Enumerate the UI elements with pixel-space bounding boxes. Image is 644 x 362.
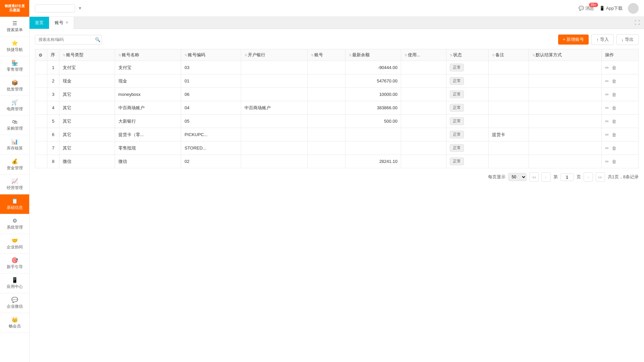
delete-icon-5[interactable]: 🗑 bbox=[612, 132, 616, 137]
sidebar-item-beginner-guide[interactable]: 🎯新手引导 bbox=[0, 254, 29, 274]
export-label: 导出 bbox=[625, 37, 634, 43]
export-button[interactable]: ↓ 导出 bbox=[616, 34, 639, 45]
page-next-button[interactable]: › bbox=[584, 172, 593, 182]
tab-account-close[interactable]: ✕ bbox=[65, 20, 68, 25]
page-last-button[interactable]: ⏭ bbox=[596, 172, 605, 182]
cell-account-no-2 bbox=[307, 88, 345, 101]
sidebar-item-ecom-mgmt[interactable]: 🛒电商管理 bbox=[0, 96, 29, 116]
page-size-label: 每页显示 bbox=[488, 174, 505, 180]
cell-account-code-0: 03 bbox=[181, 61, 241, 74]
sidebar-item-app-center[interactable]: 📱应用中心 bbox=[0, 274, 29, 293]
topbar: ▼ 💬 消息 99+ 📱 App下载 bbox=[30, 0, 644, 17]
cell-remark-1 bbox=[488, 74, 529, 88]
cell-status-6: 正常 bbox=[446, 141, 489, 155]
cell-settings-0 bbox=[35, 61, 47, 74]
page-size-select[interactable]: 102050100 bbox=[508, 173, 527, 181]
delete-icon-2[interactable]: 🗑 bbox=[612, 92, 616, 97]
cell-num-6: 7 bbox=[47, 141, 59, 155]
cell-num-3: 4 bbox=[47, 101, 59, 115]
edit-icon-7[interactable]: ✏ bbox=[605, 159, 609, 164]
tab-expand-button[interactable]: ⛶ bbox=[631, 20, 644, 26]
col-account-no[interactable]: ⇅账号 bbox=[307, 49, 345, 61]
tab-home[interactable]: 首页 bbox=[30, 17, 49, 29]
cell-bank-3: 中百商场账户 bbox=[241, 101, 307, 115]
delete-icon-3[interactable]: 🗑 bbox=[612, 105, 616, 111]
sidebar-item-ops-mgmt[interactable]: 📈经营管理 bbox=[0, 175, 29, 194]
delete-icon-6[interactable]: 🗑 bbox=[612, 145, 616, 151]
sidebar-item-basic-info[interactable]: 📋基础信息 bbox=[0, 194, 29, 214]
pagination-summary: 共1页，8条记录 bbox=[608, 174, 639, 180]
page-first-button[interactable]: ⏮ bbox=[529, 172, 539, 182]
cell-remark-7 bbox=[488, 155, 529, 168]
app-download-button[interactable]: 📱 App下载 bbox=[599, 5, 623, 11]
logo-bottom: 乐惠版 bbox=[5, 8, 25, 12]
cell-settings-6 bbox=[35, 141, 47, 155]
edit-icon-3[interactable]: ✏ bbox=[605, 105, 609, 111]
cell-account-no-0 bbox=[307, 61, 345, 74]
col-bank[interactable]: ⇅开户银行 bbox=[241, 49, 307, 61]
cell-account-name-6: 零售抵现 bbox=[115, 141, 181, 155]
edit-icon-5[interactable]: ✏ bbox=[605, 132, 609, 137]
edit-icon-2[interactable]: ✏ bbox=[605, 92, 609, 97]
col-remark[interactable]: ⇅备注 bbox=[488, 49, 529, 61]
col-action: 操作 bbox=[602, 49, 639, 61]
import-button[interactable]: ↑ 导入 bbox=[591, 34, 614, 45]
tab-account[interactable]: 账号 ✕ bbox=[49, 17, 74, 29]
delete-icon-4[interactable]: 🗑 bbox=[612, 119, 616, 124]
cell-bank-0 bbox=[241, 61, 307, 74]
sidebar-item-enterprise-wechat[interactable]: 💬企业微信 bbox=[0, 293, 29, 313]
search-button[interactable]: 🔍 bbox=[92, 35, 102, 44]
sidebar-item-search-menu[interactable]: ☰搜索菜单 bbox=[0, 17, 29, 37]
sidebar-item-capital-mgmt[interactable]: 💰资金管理 bbox=[0, 155, 29, 175]
sidebar-item-purchase-mgmt[interactable]: 🛍采购管理 bbox=[0, 116, 29, 135]
cell-account-type-6: 其它 bbox=[59, 141, 115, 155]
sidebar-item-wholesale-mgmt[interactable]: 📦批发管理 bbox=[0, 76, 29, 96]
cell-usage-7 bbox=[401, 155, 446, 168]
table-row: 7 其它 零售抵现 STORED... 正常 ✏ 🗑 bbox=[35, 141, 639, 155]
cell-balance-7: 28241.10 bbox=[345, 155, 401, 168]
add-account-button[interactable]: + 新增账号 bbox=[558, 35, 589, 45]
app-download-icon: 📱 bbox=[599, 6, 605, 11]
col-balance[interactable]: ⇅最新余额 bbox=[345, 49, 401, 61]
sidebar-item-quick-nav[interactable]: ⭐快捷导航 bbox=[0, 37, 29, 56]
cell-account-name-0: 支付宝 bbox=[115, 61, 181, 74]
edit-icon-0[interactable]: ✏ bbox=[605, 65, 609, 70]
sidebar-item-enterprise-agreement[interactable]: 🤝企业协同 bbox=[0, 234, 29, 254]
cell-account-no-3 bbox=[307, 101, 345, 115]
sidebar-item-retail-mgmt[interactable]: 🏪零售管理 bbox=[0, 56, 29, 76]
edit-icon-1[interactable]: ✏ bbox=[605, 78, 609, 84]
edit-icon-4[interactable]: ✏ bbox=[605, 119, 609, 124]
table-row: 4 其它 中百商场账户 04 中百商场账户 383866.00 正常 ✏ 🗑 bbox=[35, 101, 639, 115]
sidebar-item-sys-mgmt[interactable]: ⚙系统管理 bbox=[0, 214, 29, 234]
sidebar: 畅捷通好生意 乐惠版 ☰搜索菜单⭐快捷导航🏪零售管理📦批发管理🛒电商管理🛍采购管… bbox=[0, 0, 30, 362]
col-account-name[interactable]: ⇅账号名称 bbox=[115, 49, 181, 61]
topbar-search-dropdown-icon[interactable]: ▼ bbox=[76, 6, 84, 11]
col-account-type[interactable]: ⇅账号类型 bbox=[59, 49, 115, 61]
cell-remark-5: 提货卡 bbox=[488, 128, 529, 141]
col-account-code[interactable]: ⇅账号编码 bbox=[181, 49, 241, 61]
col-usage[interactable]: ⇅使用... bbox=[401, 49, 446, 61]
table-row: 6 其它 提货卡（零... PICKUPC... 正常 提货卡 ✏ 🗑 bbox=[35, 128, 639, 141]
col-status[interactable]: ⇅状态 bbox=[446, 49, 489, 61]
cell-account-type-5: 其它 bbox=[59, 128, 115, 141]
sidebar-item-vip-member[interactable]: 👑畅会员 bbox=[0, 313, 29, 333]
page-input[interactable] bbox=[560, 173, 574, 181]
col-default-settlement[interactable]: ⇅默认结算方式 bbox=[529, 49, 602, 61]
cell-settings-7 bbox=[35, 155, 47, 168]
search-icon: 🔍 bbox=[95, 37, 101, 42]
app-download-label: App下载 bbox=[606, 5, 623, 11]
avatar[interactable] bbox=[628, 3, 639, 14]
edit-icon-6[interactable]: ✏ bbox=[605, 145, 609, 151]
sidebar-item-inventory[interactable]: 📊库存核算 bbox=[0, 135, 29, 155]
delete-icon-1[interactable]: 🗑 bbox=[612, 78, 616, 84]
cell-num-5: 6 bbox=[47, 128, 59, 141]
page-prev-button[interactable]: ‹ bbox=[541, 172, 551, 182]
topbar-search-input[interactable] bbox=[35, 4, 75, 12]
cell-usage-6 bbox=[401, 141, 446, 155]
message-button[interactable]: 💬 消息 99+ bbox=[579, 5, 594, 11]
cell-account-type-2: 其它 bbox=[59, 88, 115, 101]
search-input[interactable] bbox=[35, 35, 92, 44]
delete-icon-7[interactable]: 🗑 bbox=[612, 159, 616, 164]
delete-icon-0[interactable]: 🗑 bbox=[612, 65, 616, 70]
col-settings[interactable]: ⚙ bbox=[35, 49, 47, 61]
